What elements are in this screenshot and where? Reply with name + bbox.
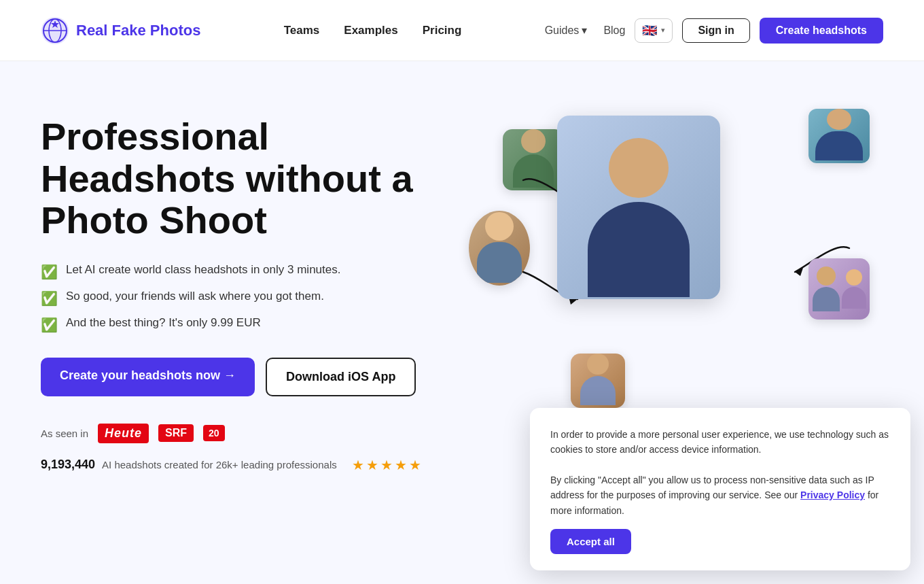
star-4: ★ bbox=[395, 457, 407, 473]
hero-left: Professional Headshots without a Photo S… bbox=[41, 102, 421, 473]
hero-illustration: 100% AI generated bbox=[448, 102, 883, 442]
as-seen-in-label: As seen in bbox=[41, 428, 88, 439]
nav-examples[interactable]: Examples bbox=[344, 24, 397, 37]
chevron-down-icon: ▾ bbox=[661, 26, 665, 35]
photo-thumbnail-tr bbox=[808, 109, 870, 163]
nav-teams[interactable]: Teams bbox=[284, 24, 320, 37]
feature-text-2: So good, your friends will ask where you… bbox=[66, 290, 324, 303]
hero-features-list: ✅ Let AI create world class headshots in… bbox=[41, 263, 421, 333]
logo-icon bbox=[41, 16, 69, 45]
hero-main-photo: 100% AI generated bbox=[557, 116, 720, 299]
feature-item-2: ✅ So good, your friends will ask where y… bbox=[41, 290, 421, 307]
logo-link[interactable]: Real Fake Photos bbox=[41, 16, 200, 45]
check-icon-3: ✅ bbox=[41, 317, 58, 333]
primary-nav: Teams Examples Pricing bbox=[284, 24, 462, 37]
chevron-down-icon: ▾ bbox=[582, 24, 587, 37]
navbar: Real Fake Photos Teams Examples Pricing … bbox=[0, 0, 924, 61]
media-badge-20min: 20 bbox=[203, 425, 225, 441]
cta-secondary-button[interactable]: Download iOS App bbox=[266, 358, 416, 396]
star-5: ★ bbox=[409, 457, 421, 473]
logo-text: Real Fake Photos bbox=[76, 22, 200, 39]
stats-label: AI headshots created for 26k+ leading pr… bbox=[102, 459, 337, 470]
hero-title: Professional Headshots without a Photo S… bbox=[41, 116, 421, 241]
check-icon-2: ✅ bbox=[41, 290, 58, 307]
accept-all-button[interactable]: Accept all bbox=[550, 529, 631, 554]
star-1: ★ bbox=[352, 457, 364, 473]
nav-guides[interactable]: Guides ▾ bbox=[545, 24, 588, 37]
cookie-banner: In order to provide a more personal user… bbox=[530, 408, 910, 570]
photo-thumbnail-bm bbox=[571, 354, 625, 408]
cta-primary-button[interactable]: Create your headshots now → bbox=[41, 358, 255, 396]
photo-thumbnail-br bbox=[808, 258, 870, 320]
nav-blog[interactable]: Blog bbox=[603, 24, 625, 36]
feature-text-1: Let AI create world class headshots in o… bbox=[66, 263, 340, 277]
hero-buttons: Create your headshots now → Download iOS… bbox=[41, 358, 421, 396]
feature-text-3: And the best thing? It's only 9.99 EUR bbox=[66, 316, 261, 330]
privacy-policy-link[interactable]: Privacy Policy bbox=[800, 489, 865, 500]
nav-right: Guides ▾ Blog 🇬🇧 ▾ Sign in Create headsh… bbox=[545, 18, 883, 44]
star-3: ★ bbox=[380, 457, 393, 473]
cookie-text-1: In order to provide a more personal user… bbox=[550, 427, 890, 518]
stats-count: 9,193,440 bbox=[41, 458, 95, 472]
flag-icon: 🇬🇧 bbox=[642, 23, 657, 38]
media-badge-heute: Heute bbox=[98, 424, 149, 443]
secondary-nav: Guides ▾ Blog bbox=[545, 24, 626, 37]
stats-row: 9,193,440 AI headshots created for 26k+ … bbox=[41, 457, 421, 473]
check-icon-1: ✅ bbox=[41, 264, 58, 280]
media-badge-srf: SRF bbox=[158, 424, 194, 442]
as-seen-in: As seen in Heute SRF 20 bbox=[41, 424, 421, 443]
feature-item-3: ✅ And the best thing? It's only 9.99 EUR bbox=[41, 316, 421, 333]
star-rating: ★ ★ ★ ★ ★ bbox=[352, 457, 421, 473]
signin-button[interactable]: Sign in bbox=[682, 18, 749, 43]
star-2: ★ bbox=[366, 457, 378, 473]
nav-pricing[interactable]: Pricing bbox=[423, 24, 462, 37]
create-headshots-button[interactable]: Create headshots bbox=[760, 18, 883, 44]
feature-item-1: ✅ Let AI create world class headshots in… bbox=[41, 263, 421, 280]
language-selector[interactable]: 🇬🇧 ▾ bbox=[635, 18, 673, 43]
